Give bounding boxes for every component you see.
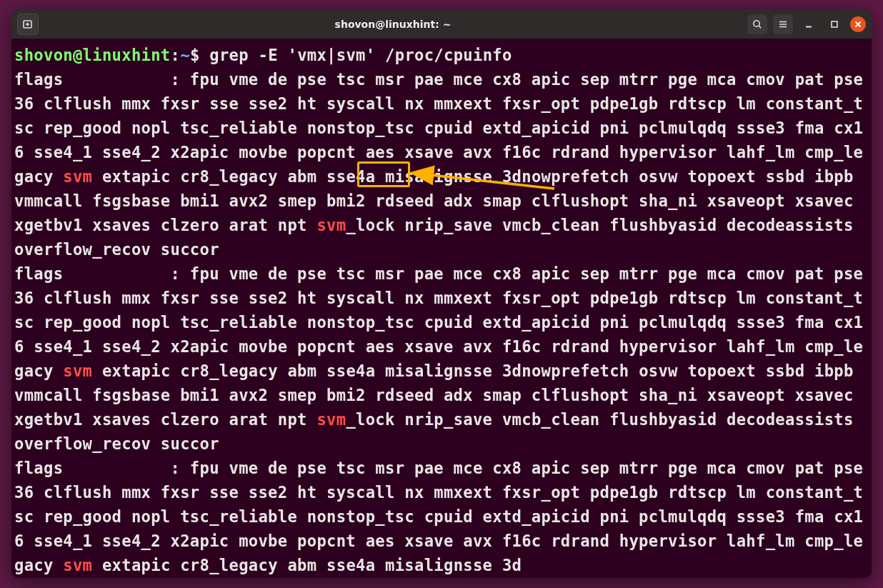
maximize-button[interactable] xyxy=(824,14,844,34)
prompt-dollar: $ xyxy=(190,46,200,64)
new-tab-icon xyxy=(22,19,34,30)
window-title: shovon@linuxhint: ~ xyxy=(39,19,747,30)
prompt-space xyxy=(200,46,210,64)
close-icon xyxy=(854,20,862,29)
highlight-svm-1: svm xyxy=(63,167,92,186)
titlebar: shovon@linuxhint: ~ xyxy=(11,10,872,39)
terminal-window: shovon@linuxhint: ~ xyxy=(11,10,872,578)
highlight-svm-3: svm xyxy=(63,362,92,380)
highlight-svm-5: svm xyxy=(63,556,92,574)
close-button[interactable] xyxy=(850,16,866,32)
minimize-button[interactable] xyxy=(799,14,819,34)
prompt-path: ~ xyxy=(180,46,190,64)
highlight-svm-4: svm xyxy=(316,410,346,429)
maximize-icon xyxy=(829,19,839,29)
svg-rect-2 xyxy=(832,21,837,27)
svg-point-1 xyxy=(754,21,759,26)
search-button[interactable] xyxy=(747,14,767,34)
prompt-colon: : xyxy=(171,46,181,64)
output-mid3: extapic cr8_legacy abm sse4a misalignsse… xyxy=(92,556,522,574)
terminal-viewport[interactable]: shovon@linuxhint:~$ grep -E 'vmx|svm' /p… xyxy=(11,39,872,578)
search-icon xyxy=(752,19,763,30)
command-text: grep -E 'vmx|svm' /proc/cpuinfo xyxy=(209,46,512,64)
hamburger-menu-button[interactable] xyxy=(773,14,793,34)
highlight-svm-2: svm xyxy=(316,216,346,234)
prompt-user-host: shovon@linuxhint xyxy=(14,46,171,64)
minimize-icon xyxy=(804,19,814,29)
new-tab-button[interactable] xyxy=(17,14,39,35)
hamburger-icon xyxy=(777,19,789,30)
